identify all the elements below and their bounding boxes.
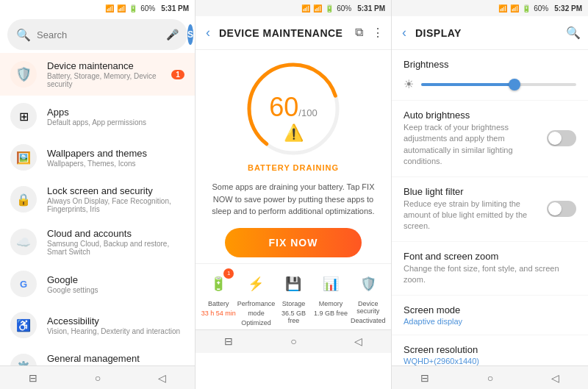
sidebar-item-lock-screen[interactable]: 🔒 Lock screen and security Always On Dis… <box>0 178 195 221</box>
brightness-slider[interactable] <box>421 83 576 86</box>
auto-brightness-title: Auto brightness <box>404 110 547 121</box>
google-sub: Google settings <box>47 286 184 294</box>
battery-score: 60/100 <box>269 92 317 123</box>
blue-light-item[interactable]: Blue light filter Reduce eye strain by l… <box>392 177 588 242</box>
memory-label: Memory <box>319 300 343 307</box>
status-bar-2: 📶 📶 🔋 60% 5:31 PM <box>196 0 391 16</box>
header-icons: ⧉ ⋮ <box>355 26 384 40</box>
security-bottom-item[interactable]: 🛡️ Device security Deactivated <box>349 270 387 326</box>
lock-title: Lock screen and security <box>47 185 184 196</box>
battery-circle: 60/100 ⚠️ <box>242 57 345 160</box>
brightness-track <box>421 83 576 86</box>
wifi-icon: 📶 <box>117 4 126 13</box>
battery-label: Battery <box>208 300 229 307</box>
home-button-3[interactable]: ○ <box>481 369 499 387</box>
auto-brightness-row: Auto brightness Keep track of your brigh… <box>404 110 576 168</box>
storage-bottom-item[interactable]: 💾 Storage 36.5 GB free <box>275 270 312 326</box>
blue-light-sub: Reduce eye strain by limiting the amount… <box>404 199 547 232</box>
wallpapers-sub: Wallpapers, Themes, Icons <box>47 160 184 168</box>
memory-icon: 📊 <box>317 270 345 298</box>
sidebar-item-google[interactable]: G Google Google settings <box>0 263 195 304</box>
accessibility-title: Accessibility <box>47 315 184 326</box>
nav-bar-3: ⊟ ○ ◁ <box>392 365 588 389</box>
auto-brightness-item[interactable]: Auto brightness Keep track of your brigh… <box>392 101 588 177</box>
performance-label: Perfromance <box>237 300 276 307</box>
screen-mode-item[interactable]: Screen mode Adaptive display <box>392 296 588 335</box>
display-header: ‹ DISPLAY 🔍 <box>392 16 588 50</box>
sidebar-item-general[interactable]: ⚙️ General management Language and input… <box>0 346 195 365</box>
mic-icon[interactable]: 🎤 <box>166 29 179 40</box>
auto-brightness-toggle[interactable] <box>547 130 576 146</box>
blue-light-title: Blue light filter <box>404 186 547 197</box>
search-icon-display[interactable]: 🔍 <box>566 26 581 40</box>
settings-list: 🛡️ Device maintenance Battery, Storage, … <box>0 53 195 365</box>
status-bar-1: 📶 📶 🔋 60% 5:31 PM <box>0 0 195 16</box>
recent-apps-button[interactable]: ⊟ <box>23 369 43 387</box>
performance-label2: mode <box>248 310 265 317</box>
device-maintenance-header: ‹ DEVICE MAINTENANCE ⧉ ⋮ <box>196 16 391 50</box>
screen-resolution-title: Screen resolution <box>404 344 576 355</box>
copy-icon[interactable]: ⧉ <box>355 26 363 40</box>
more-icon[interactable]: ⋮ <box>372 26 384 40</box>
accessibility-icon: ♿ <box>10 312 37 338</box>
battery-bottom-item[interactable]: 🔋 1 Battery 33 h 54 min <box>200 270 237 326</box>
security-sub: Deactivated <box>351 317 386 324</box>
sidebar-item-accessibility[interactable]: ♿ Accessibility Vision, Hearing, Dexteri… <box>0 304 195 346</box>
back-button-1[interactable]: ◁ <box>152 369 172 387</box>
recent-apps-button-2[interactable]: ⊟ <box>218 332 239 350</box>
wallpapers-icon: 🖼️ <box>10 144 37 171</box>
performance-bottom-item[interactable]: ⚡ Perfromance mode Optimized <box>237 270 276 326</box>
status-time-3: 5:32 PM <box>554 4 582 13</box>
sidebar-item-wallpapers[interactable]: 🖼️ Wallpapers and themes Wallpapers, The… <box>0 137 195 178</box>
back-button-nav-3[interactable]: ◁ <box>545 369 565 387</box>
blue-light-row: Blue light filter Reduce eye strain by l… <box>404 186 576 232</box>
screen-mode-value: Adaptive display <box>404 317 576 326</box>
home-button-2[interactable]: ○ <box>284 332 302 350</box>
security-icon: 🛡️ <box>354 270 382 298</box>
brightness-title: Brightness <box>404 59 576 70</box>
storage-icon: 💾 <box>279 270 307 298</box>
status-time-1: 5:31 PM <box>161 4 189 13</box>
battery-percent: 60% <box>140 4 155 13</box>
device-maintenance-title: Device maintenance <box>47 60 161 71</box>
font-zoom-item[interactable]: Font and screen zoom Change the font siz… <box>392 242 588 296</box>
auto-brightness-sub: Keep track of your brightness adjustment… <box>404 122 547 168</box>
device-maintenance-panel-title: DEVICE MAINTENANCE <box>219 27 349 39</box>
display-panel-title: DISPLAY <box>415 27 560 39</box>
screen-resolution-item[interactable]: Screen resolution WQHD+(2960x1440) <box>392 335 588 365</box>
battery-icon-2: 🔋 <box>325 4 334 13</box>
brightness-thumb[interactable] <box>509 79 520 90</box>
battery-time: 33 h 54 min <box>201 310 236 317</box>
recent-apps-button-3[interactable]: ⊟ <box>415 369 435 387</box>
apps-icon: ⊞ <box>10 103 37 129</box>
search-input[interactable] <box>37 29 160 40</box>
cloud-icon: ☁️ <box>10 229 37 255</box>
general-sub: Language and input, Date and time, Reset <box>47 365 184 365</box>
google-title: Google <box>47 274 184 285</box>
font-zoom-title: Font and screen zoom <box>404 251 576 262</box>
back-button-nav-2[interactable]: ◁ <box>348 332 368 350</box>
device-maintenance-sub: Battery, Storage, Memory, Device securit… <box>47 72 161 88</box>
back-button-2[interactable]: ‹ <box>203 22 213 43</box>
performance-icon: ⚡ <box>242 270 270 298</box>
nav-bar-2: ⊟ ○ ◁ <box>196 329 391 353</box>
fix-now-button[interactable]: FIX NOW <box>225 228 362 257</box>
search-bar[interactable]: 🔍 🎤 S <box>7 19 187 50</box>
battery-score-number: 60 <box>269 92 298 122</box>
back-button-3[interactable]: ‹ <box>399 22 409 43</box>
sidebar-item-device-maintenance[interactable]: 🛡️ Device maintenance Battery, Storage, … <box>0 53 195 96</box>
device-maintenance-icon: 🛡️ <box>10 61 37 88</box>
blue-light-toggle[interactable] <box>547 201 576 217</box>
sidebar-item-cloud[interactable]: ☁️ Cloud and accounts Samsung Cloud, Bac… <box>0 221 195 263</box>
battery-badge: 1 <box>223 268 234 279</box>
search-icon: 🔍 <box>16 28 31 42</box>
brightness-fill <box>421 83 514 86</box>
display-settings-list: Brightness ☀ Auto brightness Keep track … <box>392 50 588 365</box>
battery-percent-2: 60% <box>337 4 351 13</box>
sidebar-item-apps[interactable]: ⊞ Apps Default apps, App permissions <box>0 96 195 137</box>
cloud-sub: Samsung Cloud, Backup and restore, Smart… <box>47 240 184 256</box>
apps-title: Apps <box>47 107 184 118</box>
avatar[interactable]: S <box>187 24 193 45</box>
memory-bottom-item[interactable]: 📊 Memory 1.9 GB free <box>312 270 350 326</box>
home-button[interactable]: ○ <box>89 369 107 387</box>
